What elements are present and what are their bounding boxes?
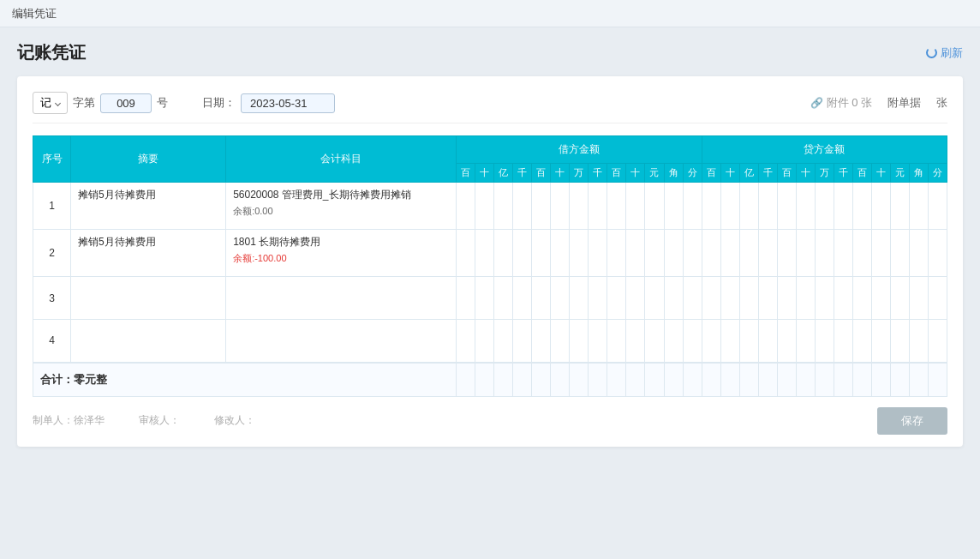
row2-credit-3[interactable] (739, 230, 758, 277)
row3-credit-4[interactable] (758, 277, 777, 320)
row1-credit-3[interactable] (739, 183, 758, 230)
row2-debit-3[interactable] (494, 230, 513, 277)
row-account-1[interactable]: 56020008 管理费用_长期待摊费用摊销余额:0.00 (226, 183, 457, 230)
row4-credit-3[interactable] (739, 320, 758, 363)
row3-debit-12[interactable] (664, 277, 683, 320)
row1-debit-4[interactable] (513, 183, 532, 230)
row1-debit-9[interactable] (607, 183, 626, 230)
row2-debit-12[interactable] (664, 230, 683, 277)
type-dropdown[interactable]: 记 (33, 92, 68, 114)
row4-debit-2[interactable] (475, 320, 494, 363)
row4-debit-10[interactable] (626, 320, 645, 363)
row2-credit-12[interactable] (909, 230, 928, 277)
row1-credit-11[interactable] (890, 183, 909, 230)
row2-debit-4[interactable] (513, 230, 532, 277)
row2-credit-9[interactable] (852, 230, 871, 277)
row3-debit-9[interactable] (607, 277, 626, 320)
row2-credit-6[interactable] (796, 230, 815, 277)
row1-credit-12[interactable] (909, 183, 928, 230)
row4-credit-11[interactable] (890, 320, 909, 363)
row1-credit-5[interactable] (777, 183, 796, 230)
row1-debit-7[interactable] (570, 183, 589, 230)
row2-debit-10[interactable] (626, 230, 645, 277)
row2-credit-4[interactable] (758, 230, 777, 277)
row4-debit-8[interactable] (589, 320, 607, 363)
row3-debit-7[interactable] (570, 277, 589, 320)
row4-credit-7[interactable] (815, 320, 834, 363)
row-account-4[interactable] (226, 320, 457, 363)
row4-debit-11[interactable] (645, 320, 664, 363)
row2-credit-7[interactable] (815, 230, 834, 277)
row-summary-3[interactable] (71, 277, 226, 320)
row3-credit-13[interactable] (928, 277, 947, 320)
row3-debit-8[interactable] (589, 277, 607, 320)
row2-debit-5[interactable] (532, 230, 551, 277)
row3-credit-2[interactable] (720, 277, 739, 320)
row1-credit-6[interactable] (796, 183, 815, 230)
refresh-button[interactable]: 刷新 (926, 45, 963, 61)
row-account-2[interactable]: 1801 长期待摊费用余额:-100.00 (226, 230, 457, 277)
row1-debit-12[interactable] (664, 183, 683, 230)
row2-debit-11[interactable] (645, 230, 664, 277)
row2-credit-13[interactable] (928, 230, 947, 277)
row2-debit-2[interactable] (475, 230, 494, 277)
voucher-link[interactable]: 附单据 (887, 95, 921, 111)
row3-credit-8[interactable] (834, 277, 852, 320)
row2-debit-6[interactable] (551, 230, 570, 277)
row4-credit-2[interactable] (720, 320, 739, 363)
row1-credit-8[interactable] (834, 183, 852, 230)
row3-debit-2[interactable] (475, 277, 494, 320)
row2-debit-1[interactable] (457, 230, 475, 277)
row1-debit-8[interactable] (589, 183, 607, 230)
row-summary-2[interactable]: 摊销5月待摊费用 (71, 230, 226, 277)
row3-debit-5[interactable] (532, 277, 551, 320)
row4-credit-5[interactable] (777, 320, 796, 363)
row2-credit-11[interactable] (890, 230, 909, 277)
row1-debit-10[interactable] (626, 183, 645, 230)
row-account-3[interactable] (226, 277, 457, 320)
row3-debit-10[interactable] (626, 277, 645, 320)
voucher-number-input[interactable] (100, 93, 152, 113)
row2-credit-1[interactable] (702, 230, 720, 277)
row2-credit-5[interactable] (777, 230, 796, 277)
row4-credit-8[interactable] (834, 320, 852, 363)
row3-debit-4[interactable] (513, 277, 532, 320)
row1-credit-4[interactable] (758, 183, 777, 230)
row2-credit-8[interactable] (834, 230, 852, 277)
row1-debit-1[interactable] (457, 183, 475, 230)
date-input[interactable] (241, 93, 335, 113)
row4-debit-1[interactable] (457, 320, 475, 363)
row-summary-4[interactable] (71, 320, 226, 363)
row1-credit-1[interactable] (702, 183, 720, 230)
row3-debit-13[interactable] (683, 277, 702, 320)
row4-debit-4[interactable] (513, 320, 532, 363)
row1-debit-3[interactable] (494, 183, 513, 230)
row3-credit-10[interactable] (871, 277, 890, 320)
row1-debit-2[interactable] (475, 183, 494, 230)
row4-debit-5[interactable] (532, 320, 551, 363)
row4-credit-4[interactable] (758, 320, 777, 363)
row4-credit-1[interactable] (702, 320, 720, 363)
row1-credit-7[interactable] (815, 183, 834, 230)
row4-debit-6[interactable] (551, 320, 570, 363)
row1-debit-11[interactable] (645, 183, 664, 230)
row4-debit-12[interactable] (664, 320, 683, 363)
row4-debit-13[interactable] (683, 320, 702, 363)
save-button[interactable]: 保存 (877, 407, 947, 435)
row3-credit-7[interactable] (815, 277, 834, 320)
row2-credit-10[interactable] (871, 230, 890, 277)
row1-debit-13[interactable] (683, 183, 702, 230)
row1-credit-2[interactable] (720, 183, 739, 230)
row2-debit-7[interactable] (570, 230, 589, 277)
attachment-link[interactable]: 🔗 附件 0 张 (810, 95, 872, 111)
row1-debit-6[interactable] (551, 183, 570, 230)
row3-credit-9[interactable] (852, 277, 871, 320)
row4-debit-9[interactable] (607, 320, 626, 363)
row3-credit-5[interactable] (777, 277, 796, 320)
row-summary-1[interactable]: 摊销5月待摊费用 (71, 183, 226, 230)
row3-credit-11[interactable] (890, 277, 909, 320)
row3-debit-3[interactable] (494, 277, 513, 320)
row3-credit-1[interactable] (702, 277, 720, 320)
row2-debit-9[interactable] (607, 230, 626, 277)
row4-debit-7[interactable] (570, 320, 589, 363)
